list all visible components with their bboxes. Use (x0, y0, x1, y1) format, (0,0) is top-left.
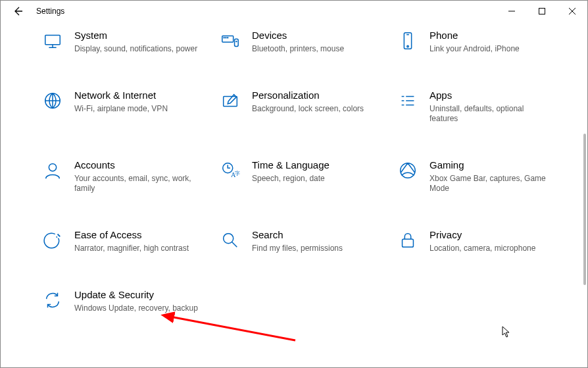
svg-rect-1 (45, 36, 61, 45)
system-icon (41, 30, 64, 52)
svg-point-7 (236, 41, 237, 41)
tile-title: Devices (252, 30, 344, 41)
tile-search[interactable]: Search Find my files, permissions (219, 229, 390, 253)
tile-desc: Location, camera, microphone (429, 244, 535, 253)
svg-rect-18 (403, 239, 414, 247)
apps-icon (397, 90, 419, 112)
tile-desc: Link your Android, iPhone (429, 44, 520, 54)
tile-privacy[interactable]: Privacy Location, camera, microphone (397, 229, 568, 253)
settings-grid: System Display, sound, notifications, po… (1, 22, 587, 313)
tile-title: System (74, 30, 197, 41)
tile-title: Personalization (252, 90, 364, 101)
tile-phone[interactable]: Phone Link your Android, iPhone (397, 30, 568, 54)
maximize-icon (539, 8, 545, 14)
tile-apps[interactable]: Apps Uninstall, defaults, optional featu… (397, 90, 568, 124)
content-area: System Display, sound, notifications, po… (1, 22, 587, 367)
tile-title: Search (252, 229, 343, 241)
tile-desc: Display, sound, notifications, power (74, 44, 197, 54)
time-language-icon: A字 (219, 159, 241, 182)
tile-devices[interactable]: Devices Bluetooth, printers, mouse (219, 30, 390, 54)
svg-rect-2 (222, 36, 233, 42)
close-icon (569, 8, 576, 14)
tile-desc: Narrator, magnifier, high contrast (74, 244, 189, 253)
tile-title: Gaming (429, 159, 554, 171)
svg-rect-0 (539, 9, 545, 14)
minimize-icon (508, 8, 515, 14)
svg-point-9 (407, 45, 408, 47)
gaming-icon (397, 159, 419, 182)
svg-rect-8 (404, 33, 411, 49)
search-icon (219, 229, 241, 251)
network-icon (41, 90, 64, 112)
tile-desc: Speech, region, date (252, 174, 330, 184)
tile-personalization[interactable]: Personalization Background, lock screen,… (219, 90, 390, 124)
tile-title: Update & Security (74, 289, 198, 301)
svg-point-3 (224, 38, 224, 38)
svg-point-12 (49, 164, 56, 171)
tile-desc: Bluetooth, printers, mouse (252, 44, 344, 54)
tile-title: Accounts (74, 159, 199, 171)
devices-icon (219, 30, 241, 52)
tile-time-language[interactable]: A字 Time & Language Speech, region, date (219, 159, 390, 194)
tile-ease-of-access[interactable]: Ease of Access Narrator, magnifier, high… (41, 229, 212, 253)
back-arrow-icon (12, 6, 23, 16)
tile-title: Apps (429, 90, 554, 101)
tile-desc: Uninstall, defaults, optional features (429, 104, 554, 124)
tile-title: Time & Language (252, 159, 330, 171)
update-security-icon (41, 289, 64, 311)
tile-title: Phone (429, 30, 520, 41)
tile-title: Ease of Access (74, 229, 189, 241)
title-bar: Settings (1, 1, 587, 22)
maximize-button[interactable] (527, 1, 557, 22)
tile-desc: Your accounts, email, sync, work, family (74, 174, 199, 194)
settings-window: Settings System Display, sound, notifi (0, 0, 588, 368)
svg-point-5 (228, 38, 228, 38)
mouse-cursor (502, 326, 511, 340)
vertical-scrollbar[interactable] (583, 134, 586, 285)
tile-accounts[interactable]: Accounts Your accounts, email, sync, wor… (41, 159, 212, 194)
tile-desc: Xbox Game Bar, captures, Game Mode (429, 174, 554, 194)
tile-gaming[interactable]: Gaming Xbox Game Bar, captures, Game Mod… (397, 159, 568, 194)
accounts-icon (41, 159, 64, 182)
tile-update-security[interactable]: Update & Security Windows Update, recove… (41, 289, 212, 313)
close-button[interactable] (557, 1, 587, 22)
svg-point-4 (226, 38, 226, 38)
svg-rect-6 (235, 39, 239, 46)
tile-desc: Find my files, permissions (252, 244, 343, 253)
tile-desc: Background, lock screen, colors (252, 104, 364, 114)
tile-title: Privacy (429, 229, 535, 241)
ease-of-access-icon (41, 229, 64, 251)
privacy-icon (397, 229, 419, 251)
personalization-icon (219, 90, 241, 112)
tile-desc: Wi-Fi, airplane mode, VPN (74, 104, 168, 114)
tile-desc: Windows Update, recovery, backup (74, 303, 198, 313)
phone-icon (397, 30, 419, 52)
tile-network[interactable]: Network & Internet Wi-Fi, airplane mode,… (41, 90, 212, 124)
back-button[interactable] (3, 1, 32, 22)
window-title: Settings (36, 7, 64, 16)
tile-title: Network & Internet (74, 90, 168, 101)
svg-text:字: 字 (235, 171, 240, 176)
tile-system[interactable]: System Display, sound, notifications, po… (41, 30, 212, 54)
minimize-button[interactable] (497, 1, 527, 22)
svg-point-17 (224, 234, 233, 244)
